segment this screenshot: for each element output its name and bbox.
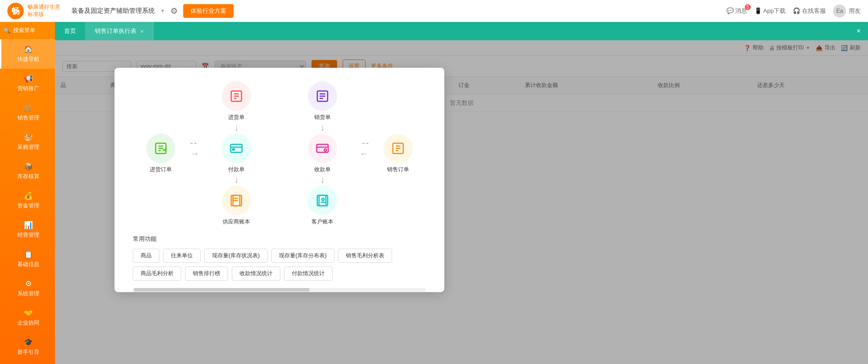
operations-icon: 📊 (24, 221, 33, 229)
sales-order-label: 销售订单 (387, 166, 409, 174)
experience-button[interactable]: 体验行业方案 (183, 4, 234, 18)
customer-ledger-icon (308, 186, 337, 215)
tab-close-icon[interactable]: × (140, 28, 144, 35)
settings-icon[interactable]: ⚙ (170, 6, 178, 16)
flow-node-payment: 付款单 (207, 134, 266, 174)
tab-home[interactable]: 首页 (55, 22, 86, 40)
main-layout: 🔍 搜索菜单 🏠 快捷导航 📢 营销推广 🛒 销售管理 🧺 (0, 22, 868, 364)
flow-section: 进货订单 - - → (133, 81, 426, 226)
quick-nav-icon: 🏠 (24, 45, 33, 54)
sys-mgmt-icon: ⚙ (25, 279, 32, 288)
tab-panel-close-icon[interactable]: × (849, 27, 868, 35)
common-buttons: 商品 往来单位 现存量(库存状况表) 现存量(库存分布表) 销售毛利分析表 商品… (133, 249, 426, 281)
common-btn-inventory-status[interactable]: 现存量(库存状况表) (204, 249, 267, 263)
arrow-sales-bill-to-order: - - → (354, 138, 369, 159)
modal-overlay[interactable]: 进货订单 - - → (55, 40, 868, 364)
inventory-icon: 📦 (24, 162, 33, 171)
sidebar-item-sys-mgmt[interactable]: ⚙ 系统管理 (0, 274, 55, 303)
content-area: 首页 销售订单执行表 × × ❓ 帮助 🖨 (55, 22, 868, 364)
flow-node-sales-bill: 销货单 (293, 81, 352, 121)
arrow-purchase-order-to-bill: - - → (190, 138, 205, 159)
logo-area: 畅 畅康通好生意 标准版 (7, 3, 62, 19)
flow-node-receipt: 收款单 (293, 134, 352, 174)
sales-bill-icon (308, 81, 337, 111)
flow-node-purchase-bill: 进货单 (207, 81, 266, 121)
message-icon: 💬 (726, 7, 734, 14)
customer-ledger-label: 客户账本 (311, 218, 333, 226)
flow-node-customer-ledger: 客户账本 (293, 186, 352, 226)
purchase-bill-icon (222, 81, 251, 111)
common-btn-inventory-dist[interactable]: 现存量(库存分布表) (271, 249, 334, 263)
common-section: 常用功能 商品 往来单位 现存量(库存状况表) 现存量(库存分布表) 销售毛利分… (133, 235, 426, 281)
message-badge: 5 (745, 4, 751, 10)
flow-node-purchase-order: 进货订单 (133, 134, 188, 174)
svg-point-24 (322, 198, 324, 201)
system-title: 装备及固定资产辅助管理系统 (71, 7, 155, 15)
sidebar-item-marketing[interactable]: 📢 营销推广 (0, 69, 55, 98)
sidebar-item-newbie[interactable]: 🎓 新手引导 (0, 332, 55, 362)
message-button[interactable]: 💬 5 消息 (726, 7, 748, 15)
common-btn-sales-ranking[interactable]: 销售排行榜 (185, 266, 228, 281)
arrow-sales-bill-down: ↓ (320, 122, 325, 133)
svg-rect-8 (231, 144, 242, 152)
modal-box: 进货订单 - - → (115, 68, 444, 292)
download-icon: 📱 (754, 7, 762, 14)
receipt-label: 收款单 (314, 166, 331, 174)
flow-col-purchase-bill: 进货单 ↓ (207, 81, 266, 226)
base-info-icon: 📋 (24, 250, 33, 259)
app-download-button[interactable]: 📱 App下载 (754, 7, 786, 15)
flow-node-supplier-ledger: 供应商账本 (207, 186, 266, 226)
common-btn-product[interactable]: 商品 (133, 249, 159, 263)
supplier-ledger-icon (222, 186, 251, 215)
sidebar: 🔍 搜索菜单 🏠 快捷导航 📢 营销推广 🛒 销售管理 🧺 (0, 22, 55, 364)
arrow-payment-down: ↓ (234, 174, 239, 185)
sales-order-icon (383, 134, 413, 163)
arrow-receipt-down: ↓ (320, 174, 325, 185)
common-btn-partner[interactable]: 往来单位 (163, 249, 201, 263)
purchase-bill-label: 进货单 (228, 114, 245, 121)
sales-icon: 🛒 (24, 103, 33, 112)
avatar: Ea (833, 5, 846, 17)
common-btn-product-profit[interactable]: 商品毛利分析 (133, 266, 181, 281)
finance-icon: 💰 (24, 191, 33, 200)
flow-node-sales-order: 销售订单 (371, 134, 426, 174)
purchase-order-icon (146, 134, 175, 163)
marketing-icon: 📢 (24, 74, 33, 83)
service-icon: 🎧 (793, 7, 800, 14)
sidebar-nav: 🏠 快捷导航 📢 营销推广 🛒 销售管理 🧺 采购管理 📦 库存核 (0, 39, 55, 364)
sidebar-item-enterprise[interactable]: 🤝 企业协同 (0, 303, 55, 332)
sidebar-item-operations[interactable]: 📊 经营管理 (0, 215, 55, 244)
svg-rect-10 (232, 149, 235, 150)
system-title-dropdown-icon[interactable]: ▼ (160, 8, 165, 13)
purchase-order-label: 进货订单 (150, 166, 172, 174)
payment-icon (222, 134, 251, 163)
purchase-icon: 🧺 (24, 133, 33, 141)
payment-label: 付款单 (228, 166, 245, 174)
scrollbar-thumb (134, 288, 310, 292)
sidebar-item-quick-nav[interactable]: 🏠 快捷导航 (0, 39, 55, 69)
newbie-icon: 🎓 (24, 338, 33, 347)
user-menu[interactable]: Ea 用友 (833, 5, 861, 17)
arrow-purchase-bill-down: ↓ (234, 122, 239, 133)
common-btn-payment-stats[interactable]: 付款情况统计 (284, 266, 333, 281)
sidebar-item-finance[interactable]: 💰 资金管理 (0, 186, 55, 215)
tab-sales-order[interactable]: 销售订单执行表 × (86, 22, 153, 40)
modal-scrollbar[interactable] (133, 288, 426, 292)
logo-text: 畅康通好生意 标准版 (27, 4, 60, 18)
flow-col-sales-bill: 销货单 ↓ (293, 81, 352, 226)
page-content: ❓ 帮助 🖨 按模板打印 ▼ 📤 导出 🔄 刷新 (55, 40, 868, 364)
online-service-button[interactable]: 🎧 在线客服 (793, 7, 826, 15)
supplier-ledger-label: 供应商账本 (223, 218, 250, 226)
sidebar-item-base-info[interactable]: 📋 基础信息 (0, 244, 55, 274)
common-btn-receipt-stats[interactable]: 收款情况统计 (232, 266, 280, 281)
top-right: 💬 5 消息 📱 App下载 🎧 在线客服 Ea 用友 (726, 5, 861, 17)
search-icon: 🔍 (4, 27, 11, 34)
sidebar-item-sales[interactable]: 🛒 销售管理 (0, 98, 55, 127)
sidebar-item-inventory[interactable]: 📦 库存核算 (0, 157, 55, 186)
common-btn-sales-profit[interactable]: 销售毛利分析表 (338, 249, 392, 263)
sidebar-item-purchase[interactable]: 🧺 采购管理 (0, 127, 55, 157)
tab-bar: 首页 销售订单执行表 × × (55, 22, 868, 40)
common-functions-title: 常用功能 (133, 235, 426, 243)
search-menu[interactable]: 🔍 搜索菜单 (0, 22, 55, 39)
sales-bill-label: 销货单 (314, 114, 331, 121)
